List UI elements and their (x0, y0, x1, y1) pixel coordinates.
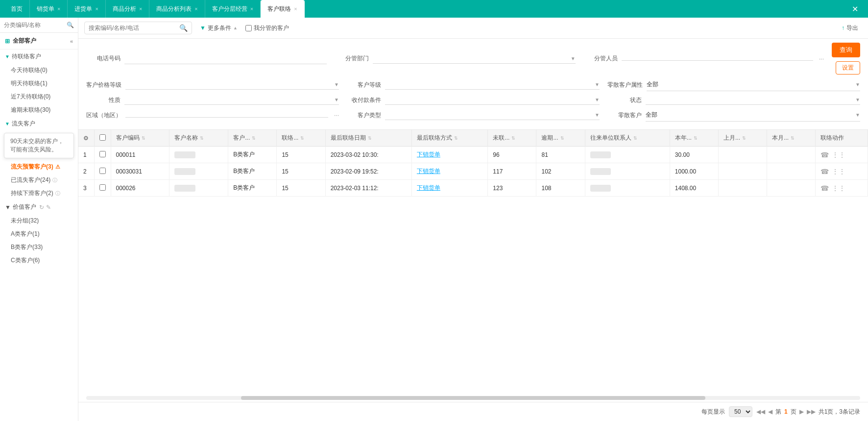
sidebar-item-already-churn[interactable]: 已流失客户(24) ⓘ (0, 173, 78, 187)
close-sales-tab[interactable]: × (57, 6, 60, 12)
scrollbar-thumb[interactable] (241, 396, 705, 400)
sidebar-item-a-class[interactable]: A类客户(1) (0, 227, 78, 241)
row-checkbox-1[interactable] (99, 168, 106, 174)
sidebar-group-pending[interactable]: ▼ 待联络客户 (0, 50, 78, 64)
cell-last-method[interactable]: 下销货单 (411, 163, 487, 180)
th-overdue[interactable]: 逾期... ⇅ (536, 130, 585, 147)
collapse-icon[interactable]: « (70, 38, 73, 44)
action-more-icon[interactable]: ⋮⋮ (832, 168, 845, 175)
tab-home[interactable]: 首页 (4, 0, 30, 18)
more-filter-button[interactable]: ▼ 更多条件 ▲ (196, 22, 241, 34)
horizontal-scrollbar[interactable] (78, 394, 868, 402)
tab-sales[interactable]: 销货单 × (30, 0, 68, 18)
cell-checkbox[interactable] (94, 180, 111, 197)
my-customers-checkbox[interactable]: 我分管的客户 (245, 24, 289, 32)
action-more-icon[interactable]: ⋮⋮ (832, 151, 845, 159)
th-checkbox[interactable] (94, 130, 111, 147)
tab-product-list[interactable]: 商品分析列表 × (149, 0, 205, 18)
sidebar-item-7day-pending[interactable]: 近7天待联络(0) (0, 90, 78, 103)
gear-icon[interactable]: ⚙ (83, 135, 89, 142)
last-method-link[interactable]: 下销货单 (417, 184, 440, 191)
phone-input[interactable] (124, 53, 327, 64)
customer-type-select[interactable]: ▼ (385, 110, 600, 120)
action-more-icon[interactable]: ⋮⋮ (832, 184, 845, 192)
my-customers-check[interactable] (245, 25, 252, 31)
sidebar-search-box[interactable]: 🔍 (0, 18, 78, 33)
cell-checkbox[interactable] (94, 163, 111, 180)
price-grade-select[interactable]: ▼ (125, 80, 339, 90)
sidebar-item-tomorrow-pending[interactable]: 明天待联络(1) (0, 77, 78, 90)
close-customer-contact-tab[interactable]: × (294, 6, 297, 12)
nav-next[interactable]: ▶ (799, 408, 804, 415)
search-box[interactable]: 🔍 (84, 22, 192, 34)
close-customer-tier-tab[interactable]: × (250, 6, 253, 12)
global-close-button[interactable]: ✕ (846, 4, 864, 14)
dept-select[interactable]: ▼ (373, 54, 575, 64)
search-input[interactable] (89, 25, 179, 31)
zero-attr-select[interactable]: 全部 ▼ (647, 78, 860, 91)
close-purchase-tab[interactable]: × (95, 6, 98, 12)
th-last-contact-method[interactable]: 最后联络方式 ⇅ (411, 130, 487, 147)
tab-product-analysis[interactable]: 商品分析 × (106, 0, 149, 18)
th-contact[interactable]: 联络... ⇅ (277, 130, 325, 147)
th-last-month[interactable]: 上月... ⇅ (719, 130, 767, 147)
action-contact-icon[interactable]: ☎ (820, 184, 829, 192)
th-this-month[interactable]: 本月... ⇅ (767, 130, 816, 147)
nature-select[interactable]: ▼ (124, 95, 339, 105)
th-customer-code[interactable]: 客户编码 ⇅ (111, 130, 169, 147)
region-more-icon[interactable]: ··· (334, 112, 339, 119)
status-select[interactable]: ▼ (646, 95, 860, 105)
cell-last-method[interactable]: 下销货单 (411, 147, 487, 163)
tab-customer-tier[interactable]: 客户分层经营 × (205, 0, 261, 18)
last-method-link[interactable]: 下销货单 (417, 151, 440, 158)
nav-prev[interactable]: ◀ (768, 408, 772, 415)
sidebar-item-b-class[interactable]: B类客户(33) (0, 241, 78, 254)
row-checkbox-0[interactable] (99, 151, 106, 157)
region-select[interactable] (125, 113, 328, 118)
cell-last-method[interactable]: 下销货单 (411, 180, 487, 197)
tab-purchase[interactable]: 进货单 × (68, 0, 105, 18)
th-customer-type[interactable]: 客户... ⇅ (228, 130, 277, 147)
row-checkbox-2[interactable] (99, 184, 106, 191)
per-page-select[interactable]: 50 (729, 406, 752, 417)
close-product-analysis-tab[interactable]: × (139, 6, 142, 12)
export-button[interactable]: ↑ 导出 (838, 22, 862, 34)
th-contact-person[interactable]: 往来单位联系人 ⇅ (585, 130, 670, 147)
nav-first[interactable]: ◀◀ (756, 408, 765, 415)
customer-grade-select[interactable]: ▼ (385, 80, 600, 90)
price-grade-arrow: ▼ (334, 82, 339, 87)
last-method-link[interactable]: 下销货单 (417, 168, 440, 174)
th-unlisted[interactable]: 未联... ⇅ (488, 130, 536, 147)
sidebar-item-today-pending[interactable]: 今天待联络(0) (0, 64, 78, 77)
sidebar-item-declining[interactable]: 持续下滑客户(2) ⓘ (0, 187, 78, 200)
all-customers-header[interactable]: ⊞ 全部客户 « (0, 33, 78, 50)
th-last-contact-date[interactable]: 最后联络日期 ⇅ (325, 130, 411, 147)
search-icon[interactable]: 🔍 (179, 24, 188, 32)
action-contact-icon[interactable]: ☎ (820, 151, 829, 159)
select-all-checkbox[interactable] (99, 134, 106, 141)
edit-value-icon[interactable]: ✎ (46, 204, 51, 211)
th-gear[interactable]: ⚙ (78, 130, 94, 147)
sidebar-item-ungrouped[interactable]: 未分组(32) (0, 214, 78, 227)
cell-checkbox[interactable] (94, 147, 111, 163)
sidebar-group-value[interactable]: ▼ 价值客户 ↻ ✎ (0, 200, 78, 214)
person-more-icon[interactable]: ··· (819, 55, 824, 62)
th-this-year[interactable]: 本年... ⇅ (670, 130, 718, 147)
tab-customer-contact[interactable]: 客户联络 × (261, 0, 304, 18)
sidebar-item-overdue-pending[interactable]: 逾期未联络(30) (0, 103, 78, 117)
person-select[interactable] (622, 56, 813, 61)
payment-select[interactable]: ▼ (385, 95, 600, 105)
query-button[interactable]: 查询 (832, 43, 860, 57)
zero-customer-select[interactable]: 全部 ▼ (646, 109, 860, 122)
setting-button[interactable]: 设置 (836, 61, 860, 74)
sidebar-item-churn-warning[interactable]: 流失预警客户(3) ⚠ (0, 160, 78, 173)
sidebar-item-c-class[interactable]: C类客户(6) (0, 254, 78, 267)
refresh-value-icon[interactable]: ↻ (39, 204, 44, 211)
sidebar-search-input[interactable] (4, 22, 67, 28)
sidebar-group-churn[interactable]: ▼ 流失客户 (0, 117, 78, 131)
close-product-list-tab[interactable]: × (194, 6, 197, 12)
action-contact-icon[interactable]: ☎ (820, 168, 829, 175)
nav-last[interactable]: ▶▶ (807, 408, 816, 415)
th-customer-name[interactable]: 客户名称 ⇅ (169, 130, 228, 147)
sidebar-search-icon[interactable]: 🔍 (67, 22, 74, 28)
